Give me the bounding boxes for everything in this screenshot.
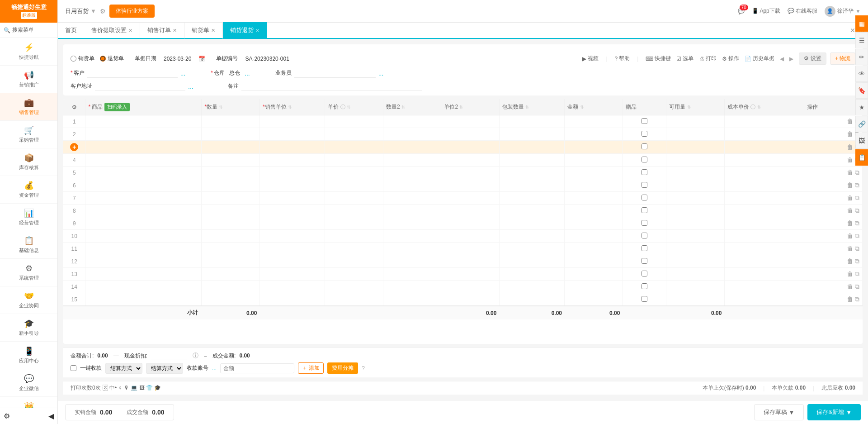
tab-sales-delivery[interactable]: 销货单 ✕ (184, 22, 223, 38)
row-cost-price-7[interactable] (724, 192, 804, 205)
row-delete-10[interactable]: 🗑 (847, 232, 853, 240)
row-unit2-4[interactable] (441, 154, 499, 167)
row-cost-price-1[interactable] (724, 115, 804, 128)
product-input-7[interactable] (88, 195, 198, 201)
row-cost-price-8[interactable] (724, 205, 804, 217)
row-available-3[interactable] (666, 141, 724, 154)
row-product-6[interactable] (85, 179, 202, 192)
product-input-8[interactable] (88, 208, 198, 214)
tab-sales-order[interactable]: 销售订单 ✕ (140, 22, 184, 38)
rf-orange-btn[interactable]: 📋 (855, 149, 868, 166)
row-delete-3[interactable]: 🗑 (847, 143, 853, 151)
row-delete-12[interactable]: 🗑 (847, 257, 853, 265)
row-unit-price-15[interactable] (325, 293, 383, 306)
sidebar-item-sales[interactable]: 💼 销售管理 (0, 93, 57, 121)
row-delete-14[interactable]: 🗑 (847, 283, 853, 291)
search-menu[interactable]: 🔍 搜索菜单 (0, 23, 57, 38)
row-delete-11[interactable]: 🗑 (847, 245, 853, 252)
category-selector[interactable]: 日用百货 ▼ (65, 7, 96, 15)
row-amount-15[interactable] (565, 293, 623, 306)
row-amount-6[interactable] (565, 179, 623, 192)
col-gear-icon[interactable]: ⚙ (66, 104, 82, 110)
row-unit2-14[interactable] (441, 281, 499, 293)
row-qty2-15[interactable] (383, 293, 441, 306)
close-window-icon[interactable]: ✕ (850, 27, 855, 34)
row-quantity-15[interactable] (202, 293, 259, 306)
row-pack-qty-6[interactable] (499, 179, 565, 192)
row-pack-qty-4[interactable] (499, 154, 565, 167)
row-unit2-15[interactable] (441, 293, 499, 306)
row-product-5[interactable] (85, 167, 202, 179)
video-link[interactable]: ▶ 视频 (582, 55, 599, 62)
row-qty2-2[interactable] (383, 128, 441, 141)
row-sales-unit-12[interactable] (259, 255, 325, 268)
setting-button[interactable]: ⚙ 设置 (799, 52, 826, 65)
row-pack-qty-10[interactable] (499, 230, 565, 243)
gift-checkbox-8[interactable] (642, 207, 647, 213)
select-link[interactable]: ☑ 选单 (676, 55, 693, 62)
row-pack-qty-2[interactable] (499, 128, 565, 141)
row-pack-qty-7[interactable] (499, 192, 565, 205)
sidebar-item-system[interactable]: ⚙ 系统管理 (0, 259, 57, 286)
row-quantity-6[interactable] (202, 179, 259, 192)
gift-checkbox-9[interactable] (642, 220, 647, 226)
row-amount-3[interactable] (565, 141, 623, 154)
row-amount-13[interactable] (565, 268, 623, 281)
row-unit-price-8[interactable] (325, 205, 383, 217)
row-quantity-14[interactable] (202, 281, 259, 293)
amount-input[interactable] (220, 363, 294, 373)
row-copy-7[interactable]: ⧉ (855, 194, 859, 202)
print-link[interactable]: 🖨 打印 (699, 55, 717, 62)
row-unit2-6[interactable] (441, 179, 499, 192)
row-cost-price-2[interactable] (724, 128, 804, 141)
row-unit2-13[interactable] (441, 268, 499, 281)
row-unit2-1[interactable] (441, 115, 499, 128)
row-delete-1[interactable]: 🗑 (847, 118, 853, 125)
row-quantity-8[interactable] (202, 205, 259, 217)
row-product-10[interactable] (85, 230, 202, 243)
scan-button[interactable]: 扫码录入 (104, 103, 130, 111)
tab-sales-return-close[interactable]: ✕ (255, 28, 259, 33)
customer-ellipsis[interactable]: ... (180, 70, 186, 77)
row-sales-unit-6[interactable] (259, 179, 325, 192)
tab-sales-return[interactable]: 销货退货 ✕ (223, 22, 267, 38)
nav-prev[interactable]: ◀ (780, 56, 784, 62)
tab-price-setting[interactable]: 售价提取设置 ✕ (84, 22, 140, 38)
row-unit-price-3[interactable] (325, 141, 383, 154)
row-amount-4[interactable] (565, 154, 623, 167)
radio-sales-input[interactable] (71, 56, 76, 62)
row-copy-14[interactable]: ⧉ (855, 283, 859, 291)
gift-checkbox-6[interactable] (642, 182, 647, 188)
customer-input[interactable] (87, 68, 178, 78)
row-delete-8[interactable]: 🗑 (847, 207, 853, 214)
row-pack-qty-14[interactable] (499, 281, 565, 293)
row-unit2-9[interactable] (441, 217, 499, 230)
row-product-11[interactable] (85, 243, 202, 255)
address-input[interactable] (95, 81, 185, 91)
row-delete-4[interactable]: 🗑 (847, 156, 853, 164)
row-unit-price-4[interactable] (325, 154, 383, 167)
product-input-1[interactable] (88, 119, 198, 125)
online-service-link[interactable]: 💬 在线客服 (788, 7, 817, 15)
rf-eye[interactable]: 👁 (855, 66, 868, 82)
row-cost-price-9[interactable] (724, 217, 804, 230)
row-unit2-8[interactable] (441, 205, 499, 217)
row-unit2-3[interactable] (441, 141, 499, 154)
row-quantity-3[interactable] (202, 141, 259, 154)
expense-button[interactable]: 费用分摊 (327, 362, 358, 374)
row-available-10[interactable] (666, 230, 724, 243)
notification-bell[interactable]: 💬 70 (738, 8, 745, 14)
row-pack-qty-5[interactable] (499, 167, 565, 179)
sidebar-item-app[interactable]: 📱 应用中心 (0, 342, 57, 369)
rf-edit[interactable]: ✏ (855, 49, 868, 65)
row-unit-price-6[interactable] (325, 179, 383, 192)
sidebar-item-operations[interactable]: 📊 经营管理 (0, 204, 57, 231)
row-sales-unit-10[interactable] (259, 230, 325, 243)
row-cost-price-4[interactable] (724, 154, 804, 167)
row-unit-price-12[interactable] (325, 255, 383, 268)
row-qty2-6[interactable] (383, 179, 441, 192)
product-input-6[interactable] (88, 182, 198, 189)
row-cost-price-3[interactable] (724, 141, 804, 154)
row-quantity-10[interactable] (202, 230, 259, 243)
row-available-4[interactable] (666, 154, 724, 167)
